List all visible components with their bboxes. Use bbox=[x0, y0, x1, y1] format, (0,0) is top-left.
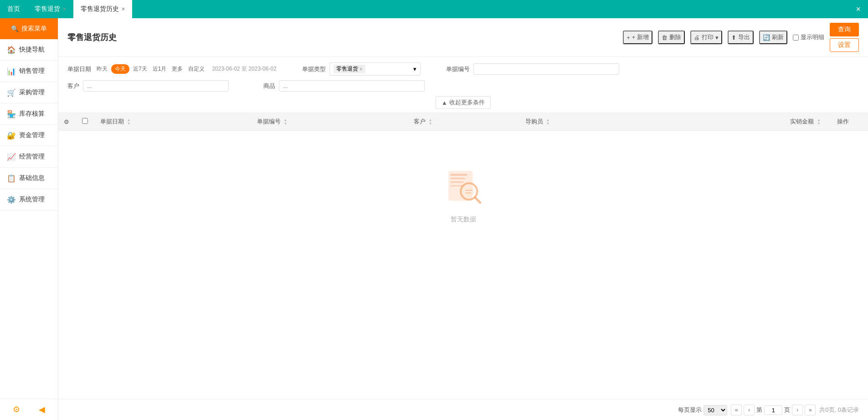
customer-input[interactable] bbox=[83, 80, 229, 92]
empty-state-illustration bbox=[441, 167, 486, 208]
sidebar-item-purchase-mgmt[interactable]: 🛒 采购管理 bbox=[0, 82, 58, 103]
date-btn-more[interactable]: 更多 bbox=[170, 64, 185, 74]
sidebar-item-sales-mgmt[interactable]: 📊 销售管理 bbox=[0, 61, 58, 82]
tab-retail-return[interactable]: 零售退货 × bbox=[27, 0, 73, 18]
content-area: 零售退货历史 + + 新增 🗑 删除 🖨 打印 ▾ ⬆ 导出 bbox=[58, 18, 868, 420]
inventory-icon: 🏪 bbox=[7, 110, 15, 118]
sidebar-item-finance-label: 资金管理 bbox=[19, 131, 45, 139]
date-btn-today[interactable]: 今天 bbox=[111, 64, 129, 74]
header-actions: + + 新增 🗑 删除 🖨 打印 ▾ ⬆ 导出 🔄 bbox=[623, 23, 859, 52]
collapse-menu-icon[interactable]: ◀ bbox=[39, 405, 45, 415]
tab-retail-return-history-close[interactable]: × bbox=[122, 6, 125, 12]
th-doc-no-label: 单据编号 bbox=[257, 118, 281, 125]
sidebar-item-inventory[interactable]: 🏪 库存核算 bbox=[0, 103, 58, 125]
sales-icon: 📊 bbox=[7, 67, 15, 75]
doc-type-select[interactable]: 零售退货 × ▾ bbox=[329, 62, 421, 76]
export-button[interactable]: ⬆ 导出 bbox=[728, 31, 754, 44]
sidebar-item-basic-info-label: 基础信息 bbox=[19, 174, 45, 182]
collapse-label: 收起更多条件 bbox=[449, 98, 485, 107]
tab-retail-return-close[interactable]: × bbox=[63, 6, 66, 12]
th-checkbox bbox=[77, 113, 95, 131]
svg-point-6 bbox=[463, 186, 475, 197]
doc-type-dropdown-icon: ▾ bbox=[413, 66, 416, 72]
sort-doc-date-icon[interactable]: ▲▼ bbox=[127, 118, 131, 126]
refresh-icon: 🔄 bbox=[763, 34, 770, 41]
select-all-checkbox[interactable] bbox=[82, 118, 88, 124]
operations-icon: 📈 bbox=[7, 153, 15, 161]
prev-page-button[interactable]: ‹ bbox=[744, 405, 755, 415]
delete-button[interactable]: 🗑 删除 bbox=[658, 31, 685, 44]
new-label: + 新增 bbox=[632, 33, 649, 41]
window-close-button[interactable]: × bbox=[856, 5, 868, 14]
per-page-dropdown[interactable]: 10 20 50 100 bbox=[704, 405, 727, 415]
pagination-bar: 每页显示 10 20 50 100 « ‹ 第 页 › » 共0页, 0条记录 bbox=[58, 400, 868, 420]
goods-input[interactable] bbox=[279, 80, 425, 92]
tab-home[interactable]: 首页 bbox=[0, 0, 27, 18]
search-icon: 🔍 bbox=[11, 25, 19, 32]
refresh-label: 刷新 bbox=[772, 33, 784, 41]
print-button[interactable]: 🖨 打印 ▾ bbox=[690, 31, 722, 44]
filter-row-1: 单据日期 昨天 今天 近7天 近1月 更多 自定义 2023-06-02 至 2… bbox=[67, 62, 859, 76]
sort-customer-icon[interactable]: ▲▼ bbox=[428, 118, 432, 126]
svg-rect-3 bbox=[450, 181, 463, 183]
filter-row-2: 客户 商品 bbox=[67, 80, 859, 92]
page-input[interactable] bbox=[764, 405, 782, 415]
sidebar-item-sales-mgmt-label: 销售管理 bbox=[19, 67, 45, 75]
total-info: 共0页, 0条记录 bbox=[819, 406, 859, 414]
sidebar-item-inventory-label: 库存核算 bbox=[19, 110, 45, 118]
basic-info-icon: 📋 bbox=[7, 174, 15, 182]
setting-button[interactable]: 设置 bbox=[830, 38, 859, 52]
sidebar-item-system-mgmt[interactable]: ⚙️ 系统管理 bbox=[0, 189, 58, 210]
doc-type-tag: 零售退货 × bbox=[334, 65, 365, 73]
sidebar-item-system-mgmt-label: 系统管理 bbox=[19, 195, 45, 204]
new-button[interactable]: + + 新增 bbox=[623, 31, 652, 44]
query-button[interactable]: 查询 bbox=[830, 23, 859, 36]
first-page-button[interactable]: « bbox=[731, 405, 742, 415]
doc-type-label: 单据类型 bbox=[302, 65, 326, 73]
refresh-button[interactable]: 🔄 刷新 bbox=[759, 31, 787, 44]
show-detail-checkbox[interactable] bbox=[793, 35, 799, 41]
collapse-up-icon: ▲ bbox=[442, 99, 447, 106]
sidebar-item-quick-nav[interactable]: 🏠 快捷导航 bbox=[0, 39, 58, 61]
date-btn-custom[interactable]: 自定义 bbox=[186, 64, 206, 74]
print-label: 打印 bbox=[702, 33, 714, 41]
sidebar-item-basic-info[interactable]: 📋 基础信息 bbox=[0, 168, 58, 189]
date-btn-1month[interactable]: 近1月 bbox=[151, 64, 169, 74]
top-tab-bar: 首页 零售退货 × 零售退货历史 × × bbox=[0, 0, 868, 18]
sidebar-item-operations-label: 经营管理 bbox=[19, 153, 45, 161]
doc-type-tag-close[interactable]: × bbox=[360, 66, 363, 72]
th-guide: 导购员 ▲▼ bbox=[520, 113, 654, 131]
sidebar-bottom: ⚙ ◀ bbox=[0, 399, 58, 420]
sort-guide-icon[interactable]: ▲▼ bbox=[546, 118, 550, 126]
page-title: 零售退货历史 bbox=[67, 32, 117, 43]
date-btn-7days[interactable]: 近7天 bbox=[131, 64, 149, 74]
settings-gear-icon[interactable]: ⚙ bbox=[13, 405, 20, 415]
date-range-buttons: 昨天 今天 近7天 近1月 更多 自定义 bbox=[95, 64, 206, 74]
page-unit: 页 bbox=[784, 406, 790, 414]
sidebar-search[interactable]: 🔍 搜索菜单 bbox=[0, 18, 58, 39]
next-page-button[interactable]: › bbox=[792, 405, 803, 415]
sort-amount-icon[interactable]: ▲▼ bbox=[817, 118, 821, 126]
tab-retail-return-history[interactable]: 零售退货历史 × bbox=[73, 0, 132, 18]
doc-type-tag-text: 零售退货 bbox=[336, 65, 358, 73]
sidebar-search-label: 搜索菜单 bbox=[21, 25, 47, 33]
th-doc-no: 单据编号 ▲▼ bbox=[252, 113, 408, 131]
tab-retail-return-label: 零售退货 bbox=[35, 5, 60, 13]
date-btn-yesterday[interactable]: 昨天 bbox=[95, 64, 109, 74]
main-layout: 🔍 搜索菜单 🏠 快捷导航 📊 销售管理 🛒 采购管理 🏪 库存核算 🔐 资金管… bbox=[0, 18, 868, 420]
last-page-button[interactable]: » bbox=[805, 405, 816, 415]
empty-state-row: 暂无数据 bbox=[58, 131, 868, 261]
date-filter: 单据日期 昨天 今天 近7天 近1月 更多 自定义 2023-06-02 至 2… bbox=[67, 64, 277, 74]
sidebar-item-operations[interactable]: 📈 经营管理 bbox=[0, 146, 58, 168]
collapse-button[interactable]: ▲ 收起更多条件 bbox=[436, 96, 491, 109]
th-customer: 客户 ▲▼ bbox=[408, 113, 520, 131]
sort-doc-no-icon[interactable]: ▲▼ bbox=[284, 118, 288, 126]
th-customer-label: 客户 bbox=[414, 118, 426, 125]
sidebar-item-finance[interactable]: 🔐 资金管理 bbox=[0, 125, 58, 146]
doc-no-input[interactable] bbox=[473, 63, 619, 75]
th-actions: 操作 bbox=[832, 113, 868, 131]
filter-area: 单据日期 昨天 今天 近7天 近1月 更多 自定义 2023-06-02 至 2… bbox=[58, 57, 868, 113]
system-icon: ⚙️ bbox=[7, 195, 15, 204]
gear-settings-icon[interactable]: ⚙ bbox=[64, 118, 69, 125]
table-container: ⚙ 单据日期 ▲▼ 单据编号 bbox=[58, 113, 868, 400]
